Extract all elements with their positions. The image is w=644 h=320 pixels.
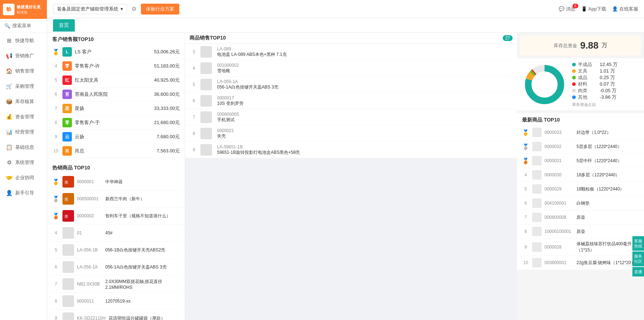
legend-item-stationery: 文具 1.01 万 bbox=[572, 68, 617, 74]
sidebar-item-purchase[interactable]: 🛒 采购管理 bbox=[0, 79, 47, 94]
medal-p3: 🥉 bbox=[52, 213, 60, 220]
sidebar-item-operation[interactable]: 📊 经营管理 bbox=[0, 124, 47, 140]
np-name-8: 原壶 bbox=[576, 229, 639, 235]
product-name-2: 新西兰牛肉（新牛） bbox=[105, 196, 180, 202]
new-product-item: 10 003800001 22g鱼豆腐·烧烤味（1*12*20） bbox=[517, 256, 644, 270]
nav-icon-operation: 📊 bbox=[6, 129, 12, 135]
mid-product-item: 8 0000021 夹壳 bbox=[185, 126, 517, 142]
new-product-item: 🥉 0000031 5层中纤（1220*2440） bbox=[517, 154, 644, 168]
sidebar-item-inventory[interactable]: 📦 库存核算 bbox=[0, 94, 47, 109]
np-code-1: 0000033 bbox=[545, 130, 574, 135]
mid-thumb bbox=[200, 95, 212, 107]
sidebar-item-basic-info[interactable]: 📋 基础信息 bbox=[0, 140, 47, 155]
customer-ranking-header: 客户销售额TOP10 bbox=[47, 33, 185, 45]
content-panels: 客户销售额TOP10 🥇 L LS 客户 53,006.26元 4 零 零售客户… bbox=[47, 33, 644, 320]
sidebar-item-marketing[interactable]: 📢 营销推广 bbox=[0, 48, 47, 63]
inventory-chart-container: 半成品 12.45 万 文具 1.01 万 成品 0.25 万 bbox=[517, 58, 644, 110]
mid-thumb bbox=[200, 111, 212, 123]
product-thumb-1: 图 bbox=[62, 176, 74, 188]
product-code-2: 000500001 bbox=[77, 196, 102, 201]
product-name-1: 中华神器 bbox=[105, 179, 180, 185]
np-code-9: 0000028 bbox=[545, 245, 574, 250]
product-code-5: LA-056-1B bbox=[77, 247, 102, 253]
new-product-item: 6 004100001 白钢垫 bbox=[517, 196, 644, 210]
product-item: 8 0000011 12070519-xs bbox=[47, 293, 185, 310]
message-badge[interactable]: 💬 消息 6 bbox=[559, 6, 575, 12]
product-thumb-2: 图 bbox=[62, 193, 74, 205]
nav-icon-basic: 📋 bbox=[6, 144, 12, 151]
rank-name-2: 零售客户-许 bbox=[75, 63, 151, 69]
sidebar-item-guide[interactable]: 👤 新手引导 bbox=[0, 185, 47, 201]
sidebar-item-finance[interactable]: 💰 资金管理 bbox=[0, 109, 47, 124]
online-service[interactable]: 👤 在线客服 bbox=[612, 6, 638, 12]
app-download[interactable]: 📱 App下载 bbox=[581, 6, 606, 12]
sidebar: 畅 畅捷通好生意 标准版 🔍 搜索菜单 ⊞ 快捷导航 📢 营销推广 🏠 销售管理… bbox=[0, 0, 47, 320]
rank-amount-4: 36,600.00元 bbox=[154, 91, 180, 98]
avatar-6: 零 bbox=[62, 118, 72, 127]
np-name-1: 封边带（1.0*22） bbox=[576, 130, 639, 136]
home-tab[interactable]: 首页 bbox=[53, 19, 75, 32]
right-panel: 库存总资金 9.88 万 bbox=[517, 33, 644, 320]
new-product-item: 4 0000030 18多层（1220*2440） bbox=[517, 168, 644, 182]
float-service-live[interactable]: 直播 bbox=[632, 267, 644, 276]
np-name-10: 22g鱼豆腐·烧烤味（1*12*20） bbox=[576, 260, 639, 266]
trial-button[interactable]: 体验行业方案 bbox=[141, 4, 179, 15]
product-code-4: 01 bbox=[77, 230, 102, 235]
product-thumb-9 bbox=[62, 312, 74, 320]
rank-item: 7 星 星扬 33,333.00元 bbox=[47, 102, 185, 116]
float-service-hotline[interactable]: 客服热线 bbox=[632, 236, 644, 251]
sidebar-item-system[interactable]: ⚙ 系统管理 bbox=[0, 155, 47, 170]
sidebar-item-quick-nav[interactable]: ⊞ 快捷导航 bbox=[0, 33, 47, 48]
nav-icon-marketing: 📢 bbox=[6, 53, 12, 59]
system-select[interactable]: 装备及固定资产辅助管理系统 ▾ bbox=[53, 4, 127, 14]
legend-item-material: 材料 0.07 万 bbox=[572, 81, 617, 87]
sidebar-item-cooperation[interactable]: 🤝 企业协同 bbox=[0, 170, 47, 185]
product-thumb-4 bbox=[62, 227, 74, 239]
sidebar-item-sales[interactable]: 🏠 销售管理 bbox=[0, 63, 47, 79]
np-img-8 bbox=[532, 227, 542, 236]
product-name-8: 12070519-xs bbox=[105, 299, 180, 304]
mid-thumb bbox=[200, 46, 212, 58]
rank-item: 5 红 红太阳文具 40,925.00元 bbox=[47, 73, 185, 87]
svg-text:图: 图 bbox=[65, 214, 68, 218]
product-code-6: LA-056-1A bbox=[77, 264, 102, 270]
avatar-5: 星 bbox=[62, 104, 72, 113]
np-code-4: 0000030 bbox=[545, 172, 574, 177]
inventory-total-unit: 万 bbox=[602, 42, 607, 49]
nav-icon-quick: ⊞ bbox=[6, 37, 12, 44]
product-item: 7 NB2.0X30B 2.0X30MM双搓花轴,搓花直径2.1MM/ROHS bbox=[47, 276, 185, 293]
avatar-8: 肖 bbox=[62, 146, 72, 156]
np-name-5: 18颗粒板（1220*2440） bbox=[576, 186, 639, 192]
legend-item-semifinished: 半成品 12.45 万 bbox=[572, 61, 617, 68]
product-name-4: 45# bbox=[105, 230, 180, 235]
product-item: 4 01 45# bbox=[47, 225, 185, 242]
hot-products-list: 🥇 图 0000001 中华神器 🥈 图 000500001 新西兰牛肉 bbox=[47, 173, 185, 320]
hot-products-section: 热销商品 TOP10 🥇 图 0000001 中华神器 🥈 图 bbox=[47, 161, 185, 320]
avatar-2: 零 bbox=[62, 61, 72, 71]
np-name-6: 白钢垫 bbox=[576, 200, 639, 206]
np-name-2: 5层多层（1220*2440） bbox=[576, 144, 639, 150]
logo-text: 畅捷通好生意 标准版 bbox=[17, 4, 41, 14]
mid-product-item: 7 000800005 手机测试 bbox=[185, 109, 517, 126]
avatar-7: 云 bbox=[62, 132, 72, 141]
product-code-7: NB2.0X30B bbox=[77, 282, 102, 287]
float-service-community[interactable]: 服务社区 bbox=[632, 251, 644, 266]
mid-products-section: 商品销售TOP10 27 3 LA-089 电池盖 LA-089 ABS本色+黑… bbox=[185, 33, 517, 158]
np-img-6 bbox=[532, 198, 542, 208]
app-icon: 📱 bbox=[581, 6, 587, 12]
mid-top-right: 27 bbox=[503, 35, 513, 41]
np-code-10: 003800001 bbox=[545, 260, 574, 265]
float-service-panel: 客服热线 服务社区 直播 bbox=[632, 236, 644, 276]
np-code-3: 0000031 bbox=[545, 158, 574, 163]
np-img-1 bbox=[532, 128, 542, 137]
rank-name-6: 零售客户-于 bbox=[75, 119, 151, 126]
sidebar-search[interactable]: 🔍 搜索菜单 bbox=[0, 19, 47, 33]
rank-name-4: 苔南县人民医院 bbox=[75, 91, 151, 98]
nav-icon-finance: 💰 bbox=[6, 114, 12, 120]
rank-amount-6: 21,680.00元 bbox=[154, 119, 180, 126]
gear-button[interactable]: ⚙ bbox=[131, 5, 136, 12]
nav-icon-system: ⚙ bbox=[6, 159, 12, 166]
rank-amount-3: 40,925.00元 bbox=[154, 77, 180, 83]
product-code-1: 0000001 bbox=[77, 179, 102, 184]
avatar-3: 红 bbox=[62, 75, 72, 85]
